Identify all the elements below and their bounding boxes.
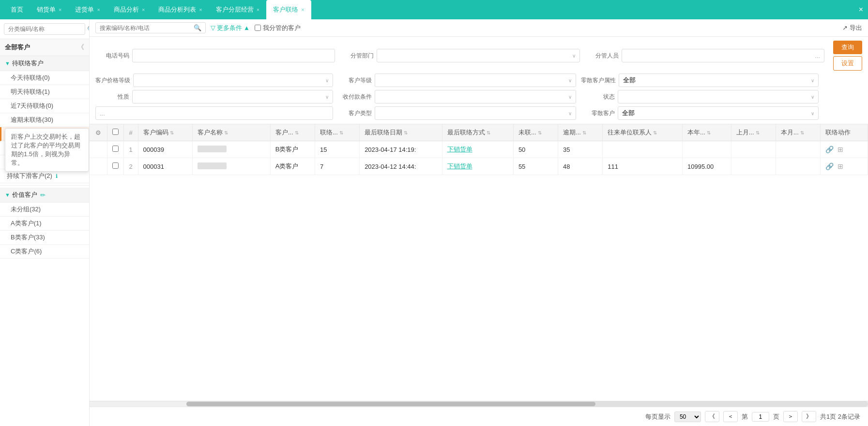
extra-input[interactable]: ... [95,106,333,120]
dept-input[interactable]: ∨ [377,49,579,62]
nav-tab-customer-tier[interactable]: 客户分层经营 × [209,0,266,19]
filter-icon: ▽ [211,24,215,31]
filter-cell-phone: 电话号码 [95,49,335,62]
row1-link-icon[interactable]: 🔗 [825,146,834,153]
next-page-button[interactable]: ＞ [783,411,798,422]
total-records: 共1页 2条记录 [820,412,860,421]
sidebar-item-overdue[interactable]: 逾期未联络(30) [0,113,89,127]
sidebar-search-icon[interactable]: 🔍 [87,26,90,33]
row1-last-method-link[interactable]: 下销货单 [447,146,472,153]
nav-tab-analysis-close[interactable]: × [142,7,145,13]
prev-page-button[interactable]: ＜ [723,411,738,422]
page-unit: 页 [773,412,779,421]
per-page-select[interactable]: 50 20 100 [674,411,701,422]
dept-label: 分管部门 [340,52,374,60]
col-settings[interactable]: ⚙ [90,124,107,141]
filter-cell-manager: 分管人员 ... [585,49,824,62]
nav-tab-purchase-label: 进货单 [75,5,94,14]
export-button[interactable]: ↗ 导出 [842,24,862,32]
nature-input[interactable]: ∨ [132,90,333,103]
page-input[interactable] [752,412,769,422]
nav-tab-analysis-list[interactable]: 商品分析列表 × [152,0,209,19]
sidebar-group-pending[interactable]: ▼ 待联络客户 [0,56,89,71]
scrollbar-thumb[interactable] [186,402,595,406]
horizontal-scrollbar[interactable] [90,401,868,407]
sort-icon-unit-contact: ⇅ [653,130,657,135]
info-icon-declining: ℹ [56,173,58,179]
filter-cell-retail-attr: 零散客户属性 全部 ∨ [581,73,819,87]
nature-label: 性质 [95,93,129,101]
nav-tab-customer-contact-close[interactable]: × [301,7,304,13]
row2-last-method[interactable]: 下销货单 [442,158,513,175]
nav-tab-sales[interactable]: 销货单 × [30,0,68,19]
sidebar-group-value[interactable]: ▼ 价值客户 ✏ [0,188,89,203]
row1-grid-icon[interactable]: ⊞ [838,146,843,153]
retail-attr-input[interactable]: 全部 ∨ [619,73,819,87]
customer-type-input[interactable]: ∨ [375,106,576,120]
retail-customer-input[interactable]: 全部 ∨ [618,106,819,120]
row1-checkbox[interactable] [112,146,119,152]
price-grade-input[interactable]: ∨ [133,73,333,87]
nav-close-all-button[interactable]: × [859,5,863,14]
row2-unreached: 55 [513,158,558,175]
nav-tab-analysis-list-close[interactable]: × [199,7,202,13]
sidebar-item-class-b[interactable]: B类客户(33) [0,231,89,245]
sort-icon-last-date: ⇅ [404,130,408,135]
row2-last-date: 2023-04-12 14:44: [360,158,442,175]
nav-tab-customer-contact[interactable]: 客户联络 × [266,0,311,19]
nav-tab-sales-close[interactable]: × [59,7,61,13]
col-action: 联络动作 [821,124,868,141]
retail-customer-value: 全部 [622,109,635,118]
sidebar-item-class-a[interactable]: A类客户(1) [0,217,89,231]
payment-input[interactable]: ∨ [375,90,576,103]
sidebar-group-value-edit-icon[interactable]: ✏ [40,191,46,199]
sidebar-group-value-label: 价值客户 [12,191,37,199]
row1-last-date: 2023-04-17 14:19: [360,141,442,158]
status-input[interactable]: ∨ [618,90,819,103]
nav-tab-analysis[interactable]: 商品分析 × [107,0,152,19]
first-page-button[interactable]: 《 [705,411,719,422]
last-page-button[interactable]: 》 [802,411,816,422]
row2-grid-icon[interactable]: ⊞ [838,162,843,170]
dept-arrow: ∨ [572,53,576,59]
filter-row-3: 性质 ∨ 收付款条件 ∨ 状态 [95,90,862,103]
sidebar-item-ungroup[interactable]: 未分组(32) [0,203,89,217]
col-last-month: 上月...⇅ [731,124,776,141]
payment-arrow: ∨ [568,94,572,100]
sort-icon-unreached: ⇅ [538,130,542,135]
main-search-input[interactable] [100,25,187,31]
phone-input[interactable] [132,49,335,62]
retail-customer-arrow: ∨ [811,111,814,116]
my-customers-checkbox[interactable] [255,25,261,31]
nav-tab-customer-tier-close[interactable]: × [257,7,259,13]
row2-link-icon[interactable]: 🔗 [825,162,834,170]
sidebar-item-today[interactable]: 今天待联络(0) [0,71,89,85]
row2-name-placeholder [198,162,227,169]
sidebar-search-input[interactable] [4,23,85,35]
manager-input[interactable]: ... [622,49,824,62]
more-conditions-arrow: ▲ [244,24,250,31]
row2-last-method-link[interactable]: 下销货单 [447,162,472,170]
sort-icon-last-month: ⇅ [756,130,760,135]
customer-grade-input[interactable]: ∨ [375,73,576,87]
filter-cell-extra: ... [95,106,333,120]
settings-button[interactable]: 设置 [833,56,862,71]
export-arrow-icon: ↗ [842,24,848,31]
nav-tab-home[interactable]: 首页 [4,0,30,19]
sidebar-item-tomorrow[interactable]: 明天待联络(1) [0,85,89,99]
row1-last-method[interactable]: 下销货单 [442,141,513,158]
more-conditions-button[interactable]: ▽ 更多条件 ▲ [211,24,250,32]
nav-tab-purchase[interactable]: 进货单 × [68,0,107,19]
row2-num: 2 [123,158,138,175]
col-this-month: 本月...⇅ [776,124,820,141]
row2-action-icons: 🔗 ⊞ [825,162,863,170]
status-arrow: ∨ [811,94,814,100]
main-search-icon[interactable]: 🔍 [194,24,201,31]
row2-checkbox[interactable] [112,162,119,169]
sidebar-collapse-button[interactable]: 《 [77,43,84,52]
sidebar-item-class-c[interactable]: C类客户(6) [0,245,89,259]
nav-tab-purchase-close[interactable]: × [97,7,100,13]
select-all-checkbox[interactable] [112,129,119,135]
sidebar-item-7days[interactable]: 近7天待联络(0) [0,99,89,113]
query-button[interactable]: 查询 [833,41,862,54]
